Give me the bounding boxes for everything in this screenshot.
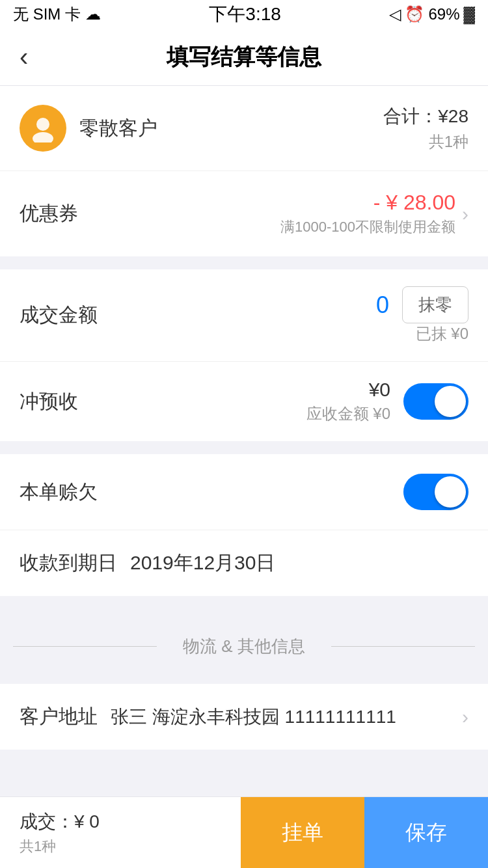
chevron-right-icon: › xyxy=(462,203,468,225)
deal-amount-value: 0 xyxy=(376,292,389,319)
address-chevron-icon: › xyxy=(462,706,468,728)
battery-icon: ▓ xyxy=(464,5,476,23)
hang-button[interactable]: 挂单 xyxy=(241,797,364,869)
toggle-knob xyxy=(435,386,466,417)
coupon-row[interactable]: 优惠券 - ¥ 28.00 满1000-100不限制使用金额 › xyxy=(0,170,488,256)
precollect-right: ¥0 应收金额 ¥0 xyxy=(306,379,468,424)
user-icon xyxy=(29,114,57,142)
customer-left: 零散客户 xyxy=(20,105,157,152)
back-button[interactable]: ‹ xyxy=(20,42,28,72)
bottom-deal-value: ¥ 0 xyxy=(74,811,100,832)
duedate-row[interactable]: 收款到期日 2019年12月30日 xyxy=(0,530,488,596)
precollect-toggle[interactable] xyxy=(403,383,468,420)
bottom-deal-amount: 成交：¥ 0 xyxy=(20,809,221,834)
duedate-label: 收款到期日 xyxy=(20,550,117,576)
credit-label: 本单赊欠 xyxy=(20,479,98,506)
divider-right xyxy=(331,646,475,647)
logistics-header: 物流 & 其他信息 xyxy=(0,622,488,671)
address-section: 客户地址 张三 海淀永丰科技园 11111111111 › xyxy=(0,684,488,750)
customer-totals: 合计：¥28 共1种 xyxy=(383,104,468,152)
total-amount: 合计：¥28 xyxy=(383,104,468,129)
page-content: 零散客户 合计：¥28 共1种 优惠券 - ¥ 28.00 满1000-100不… xyxy=(0,86,488,868)
deal-sub-label: 已抹 ¥0 xyxy=(376,323,468,344)
status-time: 下午3:18 xyxy=(209,2,281,27)
bottom-count: 共1种 xyxy=(20,837,221,856)
logistics-title: 物流 & 其他信息 xyxy=(183,635,305,658)
customer-name: 零散客户 xyxy=(79,115,157,142)
status-left: 无 SIM 卡 ☁ xyxy=(13,4,101,25)
coupon-label: 优惠券 xyxy=(20,200,78,227)
precollect-amounts: ¥0 应收金额 ¥0 xyxy=(306,379,390,424)
sim-status: 无 SIM 卡 ☁ xyxy=(13,4,101,25)
status-bar: 无 SIM 卡 ☁ 下午3:18 ◁ ⏰ 69% ▓ xyxy=(0,0,488,29)
save-button[interactable]: 保存 xyxy=(364,797,488,869)
bottom-info: 成交：¥ 0 共1种 xyxy=(0,809,241,856)
credit-toggle-knob xyxy=(435,476,466,508)
battery-label: 69% xyxy=(428,5,459,23)
customer-section: 零散客户 合计：¥28 共1种 优惠券 - ¥ 28.00 满1000-100不… xyxy=(0,86,488,256)
coupon-desc: 满1000-100不限制使用金额 xyxy=(280,217,455,237)
deal-amount-right: 0 抹零 xyxy=(376,286,468,323)
status-right: ◁ ⏰ 69% ▓ xyxy=(389,5,475,23)
deal-amount-row: 成交金额 0 抹零 已抹 ¥0 xyxy=(0,269,488,362)
credit-row: 本单赊欠 xyxy=(0,454,488,530)
location-icon: ◁ xyxy=(389,5,401,23)
precollect-amount: ¥0 xyxy=(306,379,390,401)
precollect-label: 冲预收 xyxy=(20,388,78,415)
bottom-bar: 成交：¥ 0 共1种 挂单 保存 xyxy=(0,796,488,868)
divider-left xyxy=(13,646,157,647)
credit-toggle[interactable] xyxy=(403,474,468,510)
duedate-value: 2019年12月30日 xyxy=(130,550,275,576)
logistics-section: 物流 & 其他信息 xyxy=(0,609,488,684)
round-off-button[interactable]: 抹零 xyxy=(402,286,468,323)
total-count: 共1种 xyxy=(383,131,468,152)
coupon-details: - ¥ 28.00 满1000-100不限制使用金额 xyxy=(280,191,455,237)
alarm-icon: ⏰ xyxy=(405,5,424,23)
customer-row: 零散客户 合计：¥28 共1种 xyxy=(0,86,488,170)
coupon-value: - ¥ 28.00 xyxy=(280,191,455,215)
nav-bar: ‹ 填写结算等信息 xyxy=(0,29,488,86)
coupon-right: - ¥ 28.00 满1000-100不限制使用金额 › xyxy=(280,191,468,237)
precollect-row: 冲预收 ¥0 应收金额 ¥0 xyxy=(0,362,488,441)
credit-section: 本单赊欠 收款到期日 2019年12月30日 xyxy=(0,454,488,596)
address-right: › xyxy=(462,706,468,728)
deal-amount-label: 成交金额 xyxy=(20,302,98,329)
page-title: 填写结算等信息 xyxy=(167,42,321,72)
address-row[interactable]: 客户地址 张三 海淀永丰科技园 11111111111 › xyxy=(0,684,488,750)
svg-point-1 xyxy=(33,132,53,142)
deal-section: 成交金额 0 抹零 已抹 ¥0 冲预收 ¥0 应收金额 ¥0 xyxy=(0,269,488,441)
address-label: 客户地址 xyxy=(20,703,98,730)
address-value: 张三 海淀永丰科技园 11111111111 xyxy=(111,705,462,729)
avatar xyxy=(20,105,66,152)
precollect-sub: 应收金额 ¥0 xyxy=(306,403,390,424)
svg-point-0 xyxy=(36,118,49,131)
bottom-deal-label: 成交： xyxy=(20,811,74,832)
